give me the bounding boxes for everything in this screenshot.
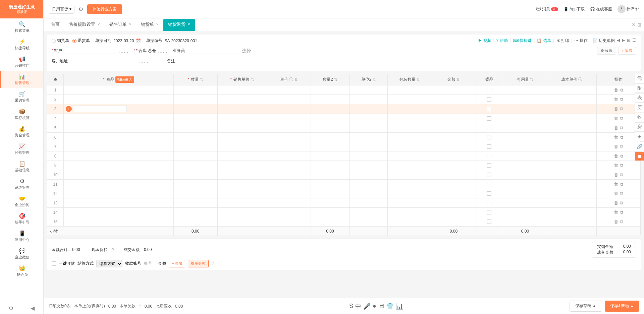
row-cost-price-4[interactable] <box>547 114 596 123</box>
copy-icon-1[interactable]: ⧉ <box>620 87 623 93</box>
row-qty2-3[interactable] <box>311 104 350 114</box>
copy-icon-4[interactable]: ⧉ <box>620 116 623 121</box>
row-unit-price-12[interactable] <box>267 189 311 198</box>
row-product-10[interactable] <box>64 170 174 180</box>
industry-dropdown[interactable]: 日用百货 ▾ <box>49 5 74 14</box>
row-product-7[interactable] <box>64 142 174 151</box>
address-dots-btn[interactable]: …… <box>139 59 148 64</box>
trial-btn[interactable]: 体验行业方案 <box>87 4 122 14</box>
row-available-13[interactable] <box>503 198 547 208</box>
row-qty-2[interactable] <box>173 95 217 104</box>
history-btn[interactable]: 📄 历史单据 <box>593 38 615 44</box>
row-qty-9[interactable] <box>173 161 217 170</box>
row-amount-1[interactable] <box>432 85 476 95</box>
row-unit-price-11[interactable] <box>267 180 311 189</box>
th-unit2-sort[interactable]: ⇅ <box>373 77 376 82</box>
footer-icon-3[interactable]: 🎤 <box>363 303 371 310</box>
row-gift-2[interactable] <box>476 95 503 104</box>
calc-method-select[interactable]: 结算方式 <box>96 260 122 267</box>
row-qty2-10[interactable] <box>311 170 350 180</box>
row-cost-price-8[interactable] <box>547 151 596 161</box>
row-pkg-qty-5[interactable] <box>388 123 432 133</box>
row-product-14[interactable] <box>64 208 174 217</box>
row-cost-price-1[interactable] <box>547 85 596 95</box>
row-pkg-qty-12[interactable] <box>388 189 432 198</box>
gift-checkbox-7[interactable] <box>487 144 491 149</box>
help-btn[interactable]: ? 帮助 <box>496 38 508 44</box>
row-pkg-qty-3[interactable] <box>388 104 432 114</box>
copy-icon-14[interactable]: ⧉ <box>620 210 623 215</box>
app-download-area[interactable]: 📱 App下载 <box>564 6 585 12</box>
right-action-1[interactable]: 凭 <box>635 74 644 83</box>
right-action-9[interactable]: ◼ <box>635 151 644 161</box>
row-unit2-5[interactable] <box>349 123 388 133</box>
row-cost-price-11[interactable] <box>547 180 596 189</box>
row-available-7[interactable] <box>503 142 547 151</box>
row-qty-7[interactable] <box>173 142 217 151</box>
gift-checkbox-2[interactable] <box>487 97 491 102</box>
sidebar-collapse-btn[interactable]: ◀ <box>31 305 35 311</box>
note-input[interactable] <box>177 58 261 64</box>
row-pkg-qty-1[interactable] <box>388 85 432 95</box>
row-unit2-13[interactable] <box>349 198 388 208</box>
row-sales-unit-6[interactable] <box>217 133 267 142</box>
row-available-15[interactable] <box>503 217 547 227</box>
row-amount-10[interactable] <box>432 170 476 180</box>
row-sales-unit-2[interactable] <box>217 95 267 104</box>
nav-next-btn[interactable]: ▶ <box>622 38 625 44</box>
row-qty-12[interactable] <box>173 189 217 198</box>
address-input[interactable] <box>70 58 137 64</box>
sidebar-item-member[interactable]: 👑 畅会员 <box>0 262 43 280</box>
add-fee-btn[interactable]: + 添加 <box>169 260 185 267</box>
row-unit2-9[interactable] <box>349 161 388 170</box>
row-gift-1[interactable] <box>476 85 503 95</box>
close-all-tabs-btn[interactable]: ✕ <box>632 21 636 28</box>
topbar-gear-icon[interactable]: ⚙ <box>78 6 83 12</box>
row-available-4[interactable] <box>503 114 547 123</box>
row-unit-price-9[interactable] <box>267 161 311 170</box>
row-available-5[interactable] <box>503 123 547 133</box>
copy-icon-13[interactable]: ⧉ <box>620 200 623 206</box>
row-product-3[interactable]: + <box>64 104 174 114</box>
row-unit-price-6[interactable] <box>267 133 311 142</box>
tab-sales-return-close[interactable]: ✕ <box>187 22 190 26</box>
row-cost-price-13[interactable] <box>547 198 596 208</box>
row-unit-price-1[interactable] <box>267 85 311 95</box>
row-amount-15[interactable] <box>432 217 476 227</box>
row-qty-14[interactable] <box>173 208 217 217</box>
row-pkg-qty-14[interactable] <box>388 208 432 217</box>
row-sales-unit-1[interactable] <box>217 85 267 95</box>
staff-dots-btn[interactable]: 选择... <box>242 48 255 54</box>
row-unit-price-8[interactable] <box>267 151 311 161</box>
row-sales-unit-9[interactable] <box>217 161 267 170</box>
row-available-9[interactable] <box>503 161 547 170</box>
account-dots-btn[interactable]: 账号 <box>144 261 152 266</box>
gift-checkbox-6[interactable] <box>487 135 491 139</box>
th-qty2-sort[interactable]: ⇅ <box>334 77 337 82</box>
delete-icon-1[interactable]: 🗑 <box>614 87 618 93</box>
row-unit-price-15[interactable] <box>267 217 311 227</box>
row-unit2-14[interactable] <box>349 208 388 217</box>
sidebar-item-operation[interactable]: 📈 经营管理 <box>0 140 43 158</box>
row-sales-unit-7[interactable] <box>217 142 267 151</box>
row-qty2-14[interactable] <box>311 208 350 217</box>
sidebar-item-system[interactable]: ⚙ 系统管理 <box>0 175 43 193</box>
footer-icon-7[interactable]: 📊 <box>396 303 403 310</box>
tab-price-setting-close[interactable]: ✕ <box>97 22 100 26</box>
row-amount-12[interactable] <box>432 189 476 198</box>
radio-sales[interactable]: 销货单 <box>52 38 69 44</box>
row-unit2-7[interactable] <box>349 142 388 151</box>
row-qty-10[interactable] <box>173 170 217 180</box>
row-amount-8[interactable] <box>432 151 476 161</box>
shortcut-btn[interactable]: ⌨ 快捷键 <box>513 38 532 44</box>
footer-icon-5[interactable]: 🖥 <box>378 303 384 310</box>
row-qty2-12[interactable] <box>311 189 350 198</box>
row-amount-6[interactable] <box>432 133 476 142</box>
th-avail-sort[interactable]: ⇅ <box>530 77 533 82</box>
sidebar-item-sales[interactable]: 📊 销售管理 <box>0 71 43 88</box>
row-available-11[interactable] <box>503 180 547 189</box>
row-gift-3[interactable] <box>476 104 503 114</box>
gift-checkbox-4[interactable] <box>487 116 491 121</box>
customer-input[interactable] <box>64 48 117 54</box>
row-pkg-qty-7[interactable] <box>388 142 432 151</box>
